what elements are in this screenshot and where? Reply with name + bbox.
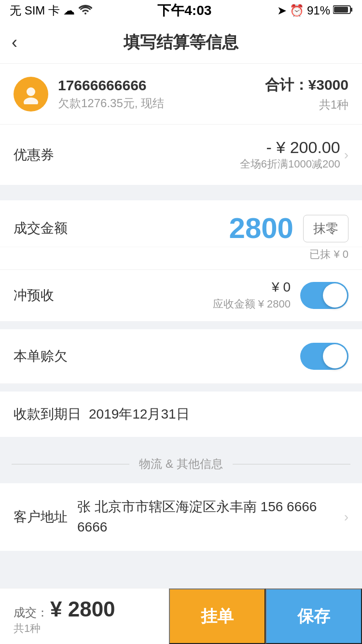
deal-amount-row: 成交金额 2800 抹零: [0, 200, 362, 247]
prepay-right: ¥ 0 应收金额 ¥ 2800: [213, 280, 348, 311]
section-divider-3: [0, 384, 362, 392]
debt-toggle[interactable]: [300, 343, 348, 370]
prepay-values: ¥ 0 应收金额 ¥ 2800: [213, 280, 291, 311]
prepay-amount: ¥ 0: [213, 280, 291, 295]
coupon-row[interactable]: 优惠券 - ¥ 200.00 全场6折满1000减200 ›: [0, 125, 362, 185]
user-total: 合计：¥3000 共1种: [265, 75, 348, 112]
nav-bar: ‹ 填写结算等信息: [0, 21, 362, 64]
logistics-line-right: [233, 464, 350, 464]
status-right: ➤ ⏰ 91%: [277, 4, 352, 17]
debt-row: 本单赊欠: [0, 329, 362, 384]
coupon-discount: - ¥ 200.00: [240, 138, 340, 157]
coupon-desc: 全场6折满1000减200: [240, 157, 340, 171]
svg-point-3: [27, 87, 35, 96]
total-count: 共1种: [265, 97, 348, 112]
coupon-chevron-icon: ›: [344, 147, 348, 163]
section-divider-2: [0, 322, 362, 329]
wifi-icon: [79, 4, 92, 17]
bottom-info: 成交： ¥ 2800 共1种: [0, 588, 169, 644]
bottom-bar: 成交： ¥ 2800 共1种 挂单 保存: [0, 588, 362, 644]
prepay-toggle[interactable]: [300, 282, 348, 309]
nav-title: 填写结算等信息: [124, 31, 238, 54]
address-row[interactable]: 客户地址 张 北京市市辖区海淀区永丰南 156 6666 6666 ›: [0, 483, 362, 551]
sim-status: 无 SIM 卡 ☁: [10, 3, 75, 18]
section-divider-4: [0, 437, 362, 445]
deal-amount-section: 成交金额 2800 抹零 已抹 ¥ 0: [0, 200, 362, 269]
toggle-knob: [323, 283, 347, 308]
alarm-icon: ⏰: [290, 4, 304, 17]
status-left: 无 SIM 卡 ☁: [10, 3, 92, 18]
address-label: 客户地址: [14, 508, 68, 526]
content-area: 17666666666 欠款1276.35元, 现结 合计：¥3000 共1种 …: [0, 64, 362, 628]
due-date-value: 2019年12月31日: [89, 405, 190, 423]
round-button[interactable]: 抹零: [303, 215, 348, 242]
bottom-deal-label: 成交：: [14, 605, 48, 620]
user-info-card: 17666666666 欠款1276.35元, 现结 合计：¥3000 共1种 …: [0, 64, 362, 185]
svg-point-4: [24, 98, 38, 104]
status-bar: 无 SIM 卡 ☁ 下午4:03 ➤ ⏰ 91%: [0, 0, 362, 21]
deal-sub: 已抹 ¥ 0: [0, 247, 362, 269]
location-icon: ➤: [277, 4, 287, 17]
deal-amount-right: 2800 抹零: [229, 214, 348, 243]
total-amount: 合计：¥3000: [265, 75, 348, 95]
user-subtitle: 欠款1276.35元, 现结: [58, 96, 265, 111]
debt-toggle-knob: [323, 344, 347, 368]
status-time: 下午4:03: [157, 1, 211, 20]
battery-percent: 91%: [307, 4, 330, 17]
prepay-label: 冲预收: [14, 286, 54, 305]
svg-rect-2: [334, 7, 348, 13]
debt-label: 本单赊欠: [14, 347, 68, 365]
battery-icon: [333, 4, 352, 17]
prepay-row: 冲预收 ¥ 0 应收金额 ¥ 2800: [0, 269, 362, 322]
section-divider-1: [0, 193, 362, 200]
due-date-row: 收款到期日 2019年12月31日: [0, 392, 362, 437]
avatar: [14, 77, 48, 112]
hang-button[interactable]: 挂单: [169, 588, 265, 644]
svg-rect-1: [350, 8, 352, 12]
bottom-deal-amount: ¥ 2800: [50, 597, 115, 621]
deal-amount-value: 2800: [229, 214, 293, 243]
prepay-sub: 应收金额 ¥ 2800: [213, 297, 291, 311]
coupon-label: 优惠券: [14, 146, 54, 164]
back-button[interactable]: ‹: [12, 32, 17, 53]
bottom-deal-count: 共1种: [14, 621, 155, 636]
user-row: 17666666666 欠款1276.35元, 现结 合计：¥3000 共1种: [0, 64, 362, 125]
bottom-padding: [0, 551, 362, 570]
address-value: 张 北京市市辖区海淀区永丰南 156 6666 6666: [77, 497, 334, 537]
logistics-header: 物流 & 其他信息: [0, 445, 362, 483]
address-chevron-icon: ›: [344, 509, 348, 525]
deal-amount-label: 成交金额: [14, 219, 68, 238]
user-info: 17666666666 欠款1276.35元, 现结: [58, 77, 265, 111]
user-phone: 17666666666: [58, 77, 265, 94]
due-date-label: 收款到期日: [14, 405, 81, 423]
coupon-right: - ¥ 200.00 全场6折满1000减200 ›: [240, 138, 348, 171]
logistics-text: 物流 & 其他信息: [129, 456, 232, 472]
logistics-line-left: [12, 464, 129, 464]
save-button[interactable]: 保存: [265, 588, 362, 644]
